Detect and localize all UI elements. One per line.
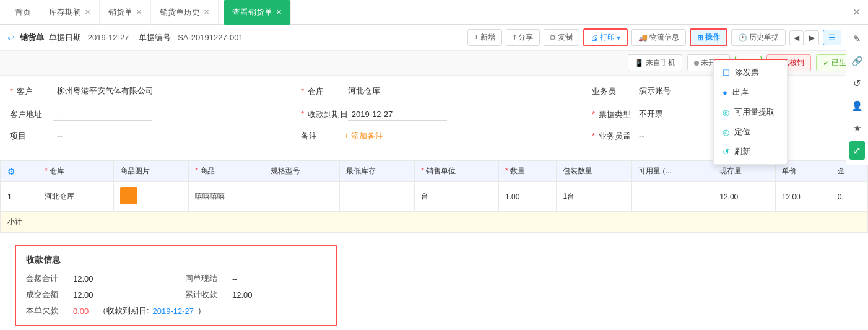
from-phone-button[interactable]: 📱 来自手机 <box>628 54 682 71</box>
warehouse-required: * <box>301 87 304 96</box>
prev-button[interactable]: ◀ <box>789 30 804 45</box>
tab-inventory-init[interactable]: 库存期初 ✕ <box>40 0 100 25</box>
doc-meta: 单据日期 2019-12-27 单据编号 SA-20191227-001 <box>49 32 243 43</box>
project-value[interactable]: -- <box>53 130 152 142</box>
col-settings[interactable]: ⚙ <box>1 161 38 182</box>
payment-title: 收款信息 <box>26 254 326 266</box>
sidebar-refresh-icon[interactable]: ↺ <box>849 74 865 93</box>
payment-section: 收款信息 金额合计 12.00 同单现结 -- 成交金额 12.00 累计收款 … <box>15 245 337 326</box>
close-history-tab[interactable]: ✕ <box>204 8 209 16</box>
col-min-stock: 最低库存 <box>339 161 415 182</box>
logistics-icon: 🚚 <box>638 33 648 42</box>
refresh-icon: ↺ <box>723 147 729 157</box>
list-view-button[interactable]: ☰ <box>823 30 841 45</box>
product-image <box>120 187 137 204</box>
customer-required: * <box>10 87 13 96</box>
same-order-value: -- <box>232 274 238 284</box>
address-field: 客户地址 -- <box>10 108 276 121</box>
row-stock: 12.00 <box>713 182 776 212</box>
next-button[interactable]: ▶ <box>805 30 819 45</box>
history-button[interactable]: 🕐 历史单据 <box>731 29 786 46</box>
total-amount-row: 金额合计 12.00 <box>26 273 167 284</box>
address-value[interactable]: -- <box>53 108 152 121</box>
add-note-button[interactable]: + 添加备注 <box>344 131 383 142</box>
cumulative-payment-row: 累计收款 12.00 <box>185 289 326 300</box>
print-icon: 🖨 <box>591 33 598 42</box>
row-warehouse: 河北仓库 <box>38 182 113 212</box>
cumulative-payment-value: 12.00 <box>232 290 253 300</box>
window-close-button[interactable]: ✕ <box>853 6 861 18</box>
col-sales-unit: 销售单位 <box>415 161 499 182</box>
row-min-stock <box>339 182 415 212</box>
payment-date-value[interactable]: 2019-12-27 <box>348 108 447 121</box>
close-view-sales-tab[interactable]: ✕ <box>276 8 282 16</box>
doc-icon: ↩ <box>7 33 15 43</box>
row-num: 1 <box>1 182 38 212</box>
dropdown-outbound[interactable]: ● 出库 <box>714 82 787 102</box>
project-field: 项目 -- <box>10 130 276 142</box>
operation-dropdown: ☐ 添发票 ● 出库 ◎ 可用量提取 ◎ 定位 ↺ 刷新 <box>713 59 788 165</box>
subtotal-label: 小计 <box>1 212 867 233</box>
print-button[interactable]: 🖨 打印 ▾ <box>583 28 628 46</box>
print-dropdown-arrow: ▾ <box>617 33 620 42</box>
row-product: 嘻嘻嘻嘻 <box>189 182 264 212</box>
tab-bar: 首页 库存期初 ✕ 销货单 ✕ 销货单历史 ✕ 查看销货单 ✕ ✕ <box>0 0 868 25</box>
same-order-settlement-row: 同单现结 -- <box>185 273 326 284</box>
operation-icon: ⊞ <box>697 33 703 42</box>
add-invoice-icon: ☐ <box>723 68 730 77</box>
col-pack-qty: 包装数量 <box>557 161 632 182</box>
tab-sales-order[interactable]: 销货单 ✕ <box>100 0 151 25</box>
current-due-value: 0.00 <box>73 306 89 316</box>
warehouse-value[interactable]: 河北仓库 <box>344 84 443 98</box>
transaction-amount-value: 12.00 <box>73 290 93 300</box>
new-button[interactable]: + 新增 <box>467 29 502 46</box>
total-amount-value: 12.00 <box>73 274 93 284</box>
col-spec: 规格型号 <box>264 161 339 182</box>
payment-area: 收款信息 金额合计 12.00 同单现结 -- 成交金额 12.00 累计收款 … <box>0 233 868 330</box>
sidebar-star-icon[interactable]: ★ <box>849 119 865 137</box>
share-icon: ⤴ <box>513 33 516 42</box>
phone-icon: 📱 <box>635 59 644 67</box>
customer-value[interactable]: 柳州粤港平安气体有限公司 <box>53 84 157 98</box>
share-button[interactable]: ⤴ 分享 <box>506 29 540 46</box>
copy-button[interactable]: ⧉ 复制 <box>544 29 579 46</box>
dropdown-refresh[interactable]: ↺ 刷新 <box>714 142 787 162</box>
sidebar-edit-icon[interactable]: ✎ <box>849 30 865 48</box>
col-available: 可用量 (... <box>632 161 713 182</box>
dropdown-locate[interactable]: ◎ 定位 <box>714 122 787 142</box>
not-opened-dot <box>694 61 699 66</box>
tab-home[interactable]: 首页 <box>6 0 40 25</box>
product-table: ⚙ 仓库 商品图片 商品 规格型号 最低库存 销售单位 数量 包装数量 可用量 … <box>1 160 867 233</box>
close-sales-tab[interactable]: ✕ <box>136 8 142 16</box>
effective-icon: ✓ <box>823 59 829 67</box>
history-icon: 🕐 <box>738 33 747 42</box>
dropdown-add-invoice[interactable]: ☐ 添发票 <box>714 63 787 82</box>
logistics-button[interactable]: 🚚 物流信息 <box>631 29 686 46</box>
locate-icon: ◎ <box>723 128 729 137</box>
sidebar-expand-icon[interactable]: ⤢ <box>849 141 865 160</box>
copy-icon: ⧉ <box>550 33 556 42</box>
dropdown-available-qty[interactable]: ◎ 可用量提取 <box>714 102 787 122</box>
subtotal-row: 小计 <box>1 212 867 233</box>
right-sidebar: ✎ 🔗 ↺ 👤 ★ ⤢ <box>846 25 868 165</box>
tab-view-sales[interactable]: 查看销货单 ✕ <box>224 0 291 25</box>
product-table-container: ⚙ 仓库 商品图片 商品 规格型号 最低库存 销售单位 数量 包装数量 可用量 … <box>0 160 868 233</box>
doc-title-area: ↩ 销货单 <box>7 32 44 43</box>
sidebar-user-icon[interactable]: 👤 <box>848 97 867 115</box>
outbound-icon: ● <box>723 88 727 97</box>
payment-grid: 金额合计 12.00 同单现结 -- 成交金额 12.00 累计收款 12.00… <box>26 273 326 316</box>
date-label: 单据日期 2019-12-27 <box>49 32 129 43</box>
operation-button[interactable]: ⊞ 操作 <box>690 28 727 46</box>
available-qty-icon: ◎ <box>723 108 729 117</box>
row-product-img <box>113 182 189 212</box>
sidebar-link-icon[interactable]: 🔗 <box>848 52 867 71</box>
payment-date-field: * 收款到期日 2019-12-27 <box>301 108 567 121</box>
tab-sales-history[interactable]: 销货单历史 ✕ <box>151 0 219 25</box>
settings-icon: ⚙ <box>7 167 15 176</box>
close-inventory-tab[interactable]: ✕ <box>85 8 90 16</box>
row-spec <box>264 182 339 212</box>
toolbar-right: + 新增 ⤴ 分享 ⧉ 复制 🖨 打印 ▾ 🚚 物流信息 ⊞ 操作 <box>467 28 861 46</box>
row-available <box>632 182 713 212</box>
nav-arrows: ◀ ▶ <box>789 30 819 45</box>
doc-type-label: 销货单 <box>20 32 44 43</box>
